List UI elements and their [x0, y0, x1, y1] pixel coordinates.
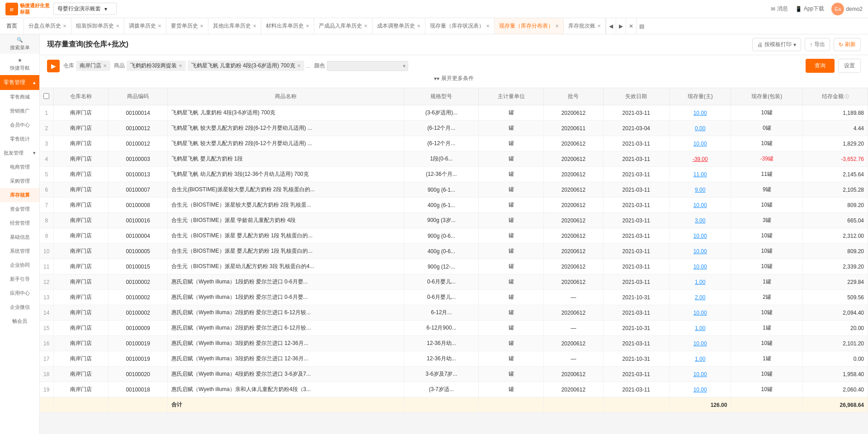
sidebar-item-appcenter[interactable]: 应用中心 — [0, 286, 39, 300]
cell-qty-main[interactable]: 9.00 — [670, 182, 731, 198]
settings-btn[interactable]: 设置 — [838, 59, 861, 73]
tab-prev-btn[interactable]: ◀ — [606, 18, 616, 34]
topbar-left: 好 畅捷通好生意 标题 母婴行业演示账套 ▾ — [5, 3, 117, 15]
tab-diaob[interactable]: 调拨单历史 ✕ — [124, 18, 166, 34]
color-select[interactable] — [327, 61, 408, 71]
cell-unit: 罐 — [479, 351, 544, 367]
cell-qty-main[interactable]: 10.00 — [670, 244, 731, 259]
industry-select[interactable]: 母婴行业演示账套 ▾ — [53, 3, 117, 15]
product-tag1-close[interactable]: ✕ — [179, 63, 182, 68]
refresh-btn[interactable]: ↻ 刷新 — [834, 38, 861, 51]
tab-close-kucunpici[interactable]: ✕ — [597, 24, 601, 28]
cell-qty-main[interactable]: 10.00 — [670, 105, 731, 121]
cell-code: 00100002 — [108, 305, 167, 321]
sidebar-item-ecom[interactable]: 电商管理 — [0, 160, 39, 174]
tab-close-fenpan[interactable]: ✕ — [63, 24, 66, 28]
product-tag2[interactable]: 飞鹤星飞帆 儿童奶粉 4段(3-6岁适用) 700克 ✕ — [188, 61, 304, 71]
sidebar-item-marketing[interactable]: 营销推广 — [0, 104, 39, 118]
table-row: 15 南岸门店 00100009 惠氏启赋（Wyeth illuma）2段奶粉 … — [40, 321, 868, 336]
tab-close-yaohuo[interactable]: ✕ — [200, 24, 203, 28]
sidebar-item-retail-stat[interactable]: 零售统计 — [0, 132, 39, 146]
tab-xiancun-kuang[interactable]: 现存量（库存状况表） ✕ — [425, 18, 495, 34]
cell-qty-main[interactable]: 11.00 — [670, 167, 731, 182]
sidebar-item-shop[interactable]: 零售商城 — [0, 90, 39, 104]
sidebar-quick-nav[interactable]: ★ 快捷导航 — [0, 54, 39, 75]
tab-close-all-btn[interactable]: ✕ — [626, 18, 636, 34]
product-tag2-close[interactable]: ✕ — [297, 63, 301, 68]
tab-menu-btn[interactable]: ▤ — [636, 18, 647, 34]
tab-close-chanchengpin[interactable]: ✕ — [364, 24, 368, 28]
cell-qty-main[interactable]: 3.00 — [670, 213, 731, 228]
tab-qita[interactable]: 其他出库单历史 ✕ — [208, 18, 261, 34]
sidebar-item-retail[interactable]: 零售管理 ▴ — [0, 75, 39, 90]
tab-home[interactable]: 首页 — [0, 18, 24, 34]
cell-qty-pkg: 10罐 — [731, 367, 803, 382]
sidebar-item-base[interactable]: 基础信息 — [0, 230, 39, 244]
tab-zuhe[interactable]: 组装拆卸单历史 ✕ — [71, 18, 124, 34]
print-btn[interactable]: 🖨 按模板打印 ▾ — [752, 38, 801, 51]
tab-chanchengpin[interactable]: 产成品入库单历史 ✕ — [314, 18, 373, 34]
cell-qty-main[interactable]: 10.00 — [670, 259, 731, 274]
tab-close-cailiaochu[interactable]: ✕ — [306, 24, 309, 28]
cell-qty-main[interactable]: 10.00 — [670, 228, 731, 244]
tab-close-xiancun-kuang[interactable]: ✕ — [486, 24, 490, 28]
sidebar-item-member[interactable]: 会员中心 — [0, 118, 39, 132]
tab-close-diaob[interactable]: ✕ — [158, 24, 161, 28]
cell-qty-main[interactable]: 2.00 — [670, 290, 731, 305]
sidebar-item-wholesale[interactable]: 批发管理 ▾ — [0, 146, 39, 160]
tab-next-btn[interactable]: ▶ — [616, 18, 626, 34]
sidebar-item-system[interactable]: 系统管理 — [0, 244, 39, 258]
cell-name: 飞鹤星飞帆 较大婴儿配方奶粉 2段(6-12个月婴幼儿适用) ... — [168, 121, 404, 136]
cell-qty-main[interactable]: 10.00 — [670, 336, 731, 351]
cell-qty-main[interactable]: 1.00 — [670, 351, 731, 367]
tab-close-zuhe[interactable]: ✕ — [116, 24, 119, 28]
cell-qty-main[interactable]: 1.00 — [670, 321, 731, 336]
tab-fenpan[interactable]: 分盘点单历史 ✕ — [24, 18, 71, 34]
sidebar-item-vip[interactable]: 畅会员 — [0, 314, 39, 328]
cell-qty-main[interactable]: -39.00 — [670, 151, 731, 167]
cell-warehouse: 南岸门店 — [53, 290, 108, 305]
export-btn[interactable]: ↑ 导出 — [805, 38, 830, 51]
tab-close-chengben[interactable]: ✕ — [417, 24, 420, 28]
filter-expand-btn[interactable]: ▶ — [47, 60, 60, 72]
cell-index: 5 — [40, 167, 53, 182]
sidebar-item-purchase[interactable]: 采购管理 — [0, 174, 39, 188]
tab-close-qita[interactable]: ✕ — [253, 24, 256, 28]
product-more[interactable]: ... — [306, 63, 311, 69]
sidebar-item-guide[interactable]: 新手引导 — [0, 272, 39, 286]
sidebar-item-inventory[interactable]: 库存核算 — [0, 188, 39, 202]
sidebar-item-operation[interactable]: 经营管理 — [0, 216, 39, 230]
sidebar-item-finance[interactable]: 资金管理 — [0, 202, 39, 216]
cell-qty-main[interactable]: 10.00 — [670, 382, 731, 397]
cell-qty-main[interactable]: 10.00 — [670, 305, 731, 321]
page-header: 现存量查询(按仓库+批次) 🖨 按模板打印 ▾ ↑ 导出 ↻ 刷新 — [40, 34, 868, 55]
warehouse-tag[interactable]: 南岸门店 ✕ — [76, 61, 110, 71]
sidebar-item-wechat[interactable]: 企业微信 — [0, 300, 39, 314]
cell-warehouse: 南岸门店 — [53, 136, 108, 151]
select-all-checkbox[interactable] — [43, 93, 49, 99]
tab-chengben[interactable]: 成本调整单历史 ✕ — [373, 18, 425, 34]
message-btn[interactable]: ✉ 消息 — [771, 5, 788, 13]
app-download-btn[interactable]: 📱 App下载 — [795, 5, 824, 13]
tab-kucunpici[interactable]: 库存批次账 ✕ — [564, 18, 606, 34]
expand-conditions-btn[interactable]: ▾▾ 展开更多条件 — [47, 73, 861, 84]
product-tag1[interactable]: 飞鹤奶粉3段两提装 ✕ — [127, 61, 186, 71]
cell-code: 00100015 — [108, 259, 167, 274]
user-avatar[interactable]: Ea demo2 — [831, 3, 863, 15]
cell-qty-main[interactable]: 0.00 — [670, 121, 731, 136]
sidebar-search[interactable]: 🔍 搜索菜单 — [0, 34, 39, 54]
chevron-down-icon: ▾ — [793, 42, 796, 48]
tab-xiancun-fen[interactable]: 现存量（库存分布表） ✕ — [495, 18, 564, 34]
cell-qty-main[interactable]: 1.00 — [670, 274, 731, 290]
amount-info-icon[interactable]: ⓘ — [844, 94, 849, 100]
cell-name: 惠氏启赋（Wyeth illuma）亲和人体儿童配方奶粉4段（3... — [168, 382, 404, 397]
warehouse-tag-close[interactable]: ✕ — [103, 63, 107, 68]
cell-qty-main[interactable]: 10.00 — [670, 136, 731, 151]
cell-qty-main[interactable]: 10.00 — [670, 198, 731, 213]
query-btn[interactable]: 查询 — [806, 59, 835, 73]
tab-cailiaochu[interactable]: 材料出库单历史 ✕ — [261, 18, 314, 34]
tab-close-xiancun-fen[interactable]: ✕ — [555, 24, 559, 28]
sidebar-item-collab[interactable]: 企业协同 — [0, 258, 39, 272]
cell-qty-main[interactable]: 10.00 — [670, 367, 731, 382]
tab-yaohuo[interactable]: 要货单历史 ✕ — [166, 18, 208, 34]
